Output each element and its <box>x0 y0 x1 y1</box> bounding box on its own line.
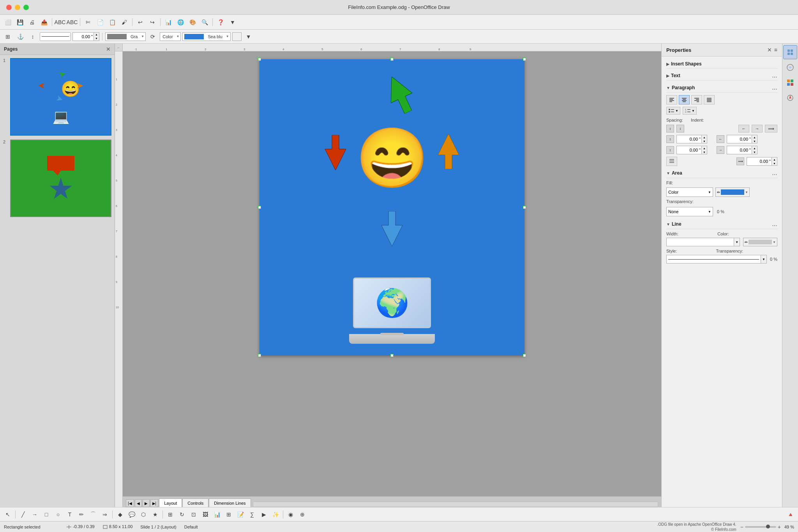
line-more-icon[interactable]: … <box>772 221 777 227</box>
area-more-icon[interactable]: … <box>772 170 777 176</box>
shapes-btn[interactable]: ◆ <box>115 509 125 520</box>
effects-btn[interactable]: ✨ <box>270 509 281 520</box>
line-width-spinner[interactable]: 0.00 " ▲ ▼ <box>72 32 99 41</box>
insert-shapes-section-header[interactable]: ▶ Insert Shapes <box>666 60 777 69</box>
side-properties-icon[interactable] <box>783 45 797 59</box>
zoom-out-button[interactable]: − <box>740 524 743 530</box>
line-section-header[interactable]: ▼ Line … <box>666 219 777 229</box>
indent-up-2[interactable]: ▲ <box>752 146 757 150</box>
more-btn[interactable]: ▼ <box>227 17 238 27</box>
page-2-preview[interactable] <box>10 140 111 217</box>
handle-bottom-left[interactable] <box>258 354 261 357</box>
unordered-list-btn[interactable]: ▼ <box>666 107 680 115</box>
line-style-box[interactable] <box>40 32 71 41</box>
spacing-up-1[interactable]: ▲ <box>702 135 707 139</box>
chart-draw-btn[interactable]: 📊 <box>212 509 222 520</box>
first-line-down[interactable]: ▼ <box>772 161 777 165</box>
properties-close-button[interactable]: ✕ <box>767 47 772 53</box>
snap-grid-btn[interactable]: ⊞ <box>165 509 176 520</box>
copy-btn[interactable]: 📄 <box>95 17 106 27</box>
spell2-btn[interactable]: ABC <box>67 17 78 27</box>
area-color-dropdown[interactable]: Gra ▼ <box>105 32 146 41</box>
tab-layout[interactable]: Layout <box>159 498 182 507</box>
side-navigator-icon[interactable] <box>783 91 797 105</box>
line-spacing-btn[interactable] <box>666 157 677 166</box>
zoom-in-button[interactable]: + <box>778 524 781 530</box>
connector-tool[interactable]: ⇒ <box>99 509 110 520</box>
area-section-header[interactable]: ▼ Area … <box>666 168 777 178</box>
text-section-header[interactable]: ▶ Text … <box>666 71 777 81</box>
first-line-input[interactable] <box>747 157 772 166</box>
ellipse-tool[interactable]: ○ <box>53 509 64 520</box>
position-btn[interactable]: ↕ <box>27 32 38 42</box>
callout-btn[interactable]: 💬 <box>126 509 137 520</box>
rect-tool[interactable]: □ <box>41 509 52 520</box>
format-paint-btn[interactable]: 🖌 <box>119 17 130 27</box>
point-edit-btn[interactable]: ◉ <box>285 509 296 520</box>
align-right-btn[interactable] <box>691 95 702 104</box>
save-btn[interactable]: 💾 <box>14 17 25 27</box>
zoom-slider[interactable] <box>745 526 776 528</box>
maximize-button[interactable] <box>23 5 29 10</box>
indent-down-2[interactable]: ▼ <box>752 150 757 154</box>
spacing-down-2[interactable]: ▼ <box>702 150 707 154</box>
refresh-color-btn[interactable]: ⟳ <box>147 32 158 42</box>
freeform-tool[interactable]: ✏ <box>76 509 87 520</box>
line-color-dropdown[interactable]: Sea blu ▼ <box>182 32 230 41</box>
align-center-btn[interactable] <box>679 95 690 104</box>
spacing-below-icon[interactable]: ↕ <box>676 125 684 133</box>
handle-middle-left[interactable] <box>258 206 261 209</box>
page-nav-prev[interactable]: ◀ <box>135 499 142 507</box>
anchor-btn[interactable]: ⚓ <box>15 32 26 42</box>
spacing-down-1[interactable]: ▼ <box>702 139 707 143</box>
line-width-down[interactable]: ▼ <box>94 37 99 41</box>
handle-middle-right[interactable] <box>523 206 526 209</box>
print-btn[interactable]: 🖨 <box>26 17 37 27</box>
line-width-dropdown-arrow[interactable]: ▼ <box>734 238 740 246</box>
indent-left-arrow[interactable]: ← <box>738 125 749 133</box>
line-style-dropdown-arrow[interactable]: ▼ <box>761 255 767 263</box>
zoom-btn[interactable]: 🔍 <box>199 17 210 27</box>
fill-type-dropdown[interactable]: Color ▼ <box>666 187 713 197</box>
indent-right-arrow[interactable]: → <box>752 125 763 133</box>
fill-color-button[interactable]: ✏ ▼ <box>715 187 750 197</box>
help-btn[interactable]: ❓ <box>215 17 226 27</box>
stars-btn[interactable]: ★ <box>150 509 161 520</box>
page-1-preview[interactable]: ➤ ➤ 😄 ➤ ➤ 💻 <box>10 58 111 136</box>
line-color-mode-dropdown[interactable]: Color ▼ <box>160 32 181 41</box>
tab-dimension-lines[interactable]: Dimension Lines <box>209 498 251 507</box>
line-width-value-input[interactable] <box>666 238 734 246</box>
paragraph-section-header[interactable]: ▼ Paragraph … <box>666 83 777 93</box>
spacing-input-1[interactable] <box>676 135 702 143</box>
gallery-btn[interactable]: 🎨 <box>187 17 198 27</box>
handle-top-center[interactable] <box>390 58 394 61</box>
new-btn[interactable]: ⬜ <box>2 17 13 27</box>
formula-btn[interactable]: ∑ <box>247 509 258 520</box>
toggle-extrusion-btn[interactable]: 🔺 <box>785 509 796 520</box>
globe-btn[interactable]: 🌐 <box>175 17 186 27</box>
indent-down-1[interactable]: ▼ <box>752 139 757 143</box>
text-tool[interactable]: T <box>64 509 75 520</box>
line-width-input[interactable]: 0.00 " <box>72 32 94 41</box>
transparency-type-dropdown[interactable]: None ▼ <box>666 207 713 216</box>
line-color-control[interactable]: ✏ ▼ <box>743 238 777 246</box>
horizontal-scrollbar[interactable] <box>253 502 658 507</box>
indent-input-1[interactable] <box>727 135 752 143</box>
align-left-btn[interactable] <box>666 95 677 104</box>
properties-lines-button[interactable]: ≡ <box>774 47 777 53</box>
view-btn[interactable]: ⊞ <box>2 32 13 42</box>
first-line-up[interactable]: ▲ <box>772 157 777 161</box>
glue-btn[interactable]: ⊕ <box>297 509 308 520</box>
chart-btn[interactable]: 📊 <box>163 17 174 27</box>
handle-bottom-right[interactable] <box>523 354 526 357</box>
page-nav-next[interactable]: ▶ <box>143 499 150 507</box>
cut-btn[interactable]: ✄ <box>83 17 94 27</box>
minimize-button[interactable] <box>15 5 20 10</box>
tab-controls[interactable]: Controls <box>182 498 208 507</box>
indent-up-1[interactable]: ▲ <box>752 135 757 139</box>
paragraph-more-icon[interactable]: … <box>772 85 777 91</box>
close-button[interactable] <box>6 5 12 10</box>
canvas-scroll[interactable]: 😄 <box>123 51 661 496</box>
side-gallery-icon[interactable] <box>783 76 797 90</box>
line-style-dropdown[interactable] <box>666 255 761 263</box>
